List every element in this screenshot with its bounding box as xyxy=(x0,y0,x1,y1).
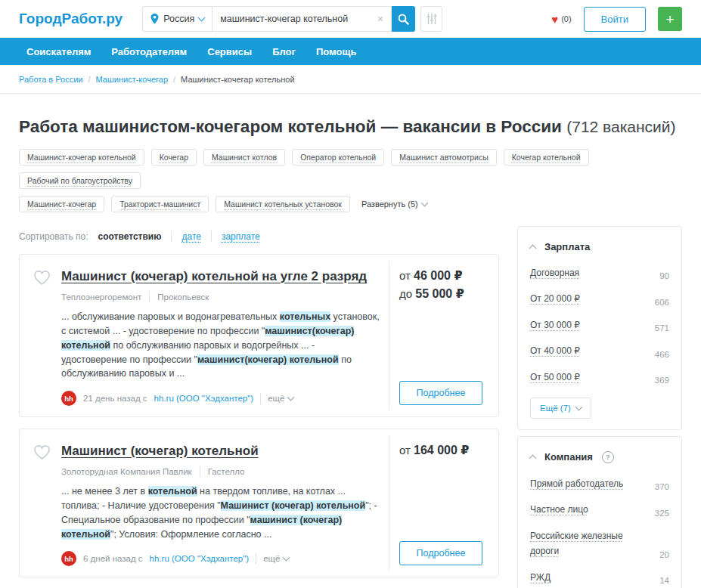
breadcrumb-link-profession[interactable]: Машинист-кочегар xyxy=(96,75,168,84)
filter-option[interactable]: От 30 000 ₽ xyxy=(530,317,580,333)
sort-option-relevance[interactable]: соответствию xyxy=(98,231,162,242)
filter-panel-header[interactable]: Компания ? xyxy=(530,451,669,463)
heart-icon: ♥ xyxy=(551,14,558,25)
divider xyxy=(171,231,172,242)
job-card-main: Машинист (кочегар) котельной Золоторудна… xyxy=(61,442,380,566)
filter-panel-salary: Зарплата Договорная 90 От 20 000 ₽ 606 О… xyxy=(517,226,682,430)
filter-row: От 30 000 ₽ 571 xyxy=(530,317,669,333)
filter-option[interactable]: От 50 000 ₽ xyxy=(530,370,580,385)
filter-count: 14 xyxy=(659,576,669,585)
filter-panel-title: Компания xyxy=(544,451,593,463)
login-button[interactable]: Войти xyxy=(584,7,646,32)
favorites-count: (0) xyxy=(561,14,571,23)
job-card-main: Машинист (кочегар) котельной на угле 2 р… xyxy=(61,268,380,406)
tag-chip[interactable]: Тракторист-машинист xyxy=(111,196,209,212)
source-link[interactable]: hh.ru (ООО "Хэдхантер") xyxy=(150,554,250,563)
show-more-label: Ещё (7) xyxy=(540,404,571,413)
filter-row: От 20 000 ₽ 606 xyxy=(530,291,669,306)
search-bar: Россия × xyxy=(142,6,442,32)
nav-item-soiskatelyam[interactable]: Соискателям xyxy=(26,46,91,57)
tag-chip[interactable]: Машинист котельных установок xyxy=(216,196,350,212)
chevron-up-icon xyxy=(529,455,537,463)
sort-option-date[interactable]: дате xyxy=(181,231,200,242)
chevron-up-icon xyxy=(529,245,537,252)
filter-option[interactable]: От 40 000 ₽ xyxy=(530,343,580,358)
search-button[interactable] xyxy=(392,6,415,32)
filter-panel-header[interactable]: Зарплата xyxy=(530,241,669,252)
search-input-wrap: × xyxy=(212,6,392,32)
job-card-footer: hh 21 день назад с hh.ru (ООО "Хэдхантер… xyxy=(61,391,380,406)
job-title-link[interactable]: Машинист (кочегар) котельной на угле 2 р… xyxy=(61,268,367,284)
filter-option[interactable]: Частное лицо xyxy=(530,502,588,517)
chevron-down-icon xyxy=(287,394,295,401)
favorites-button[interactable]: ♥ (0) xyxy=(551,14,571,25)
help-icon[interactable]: ? xyxy=(602,451,614,463)
site-logo[interactable]: ГородРабот.ру xyxy=(19,11,123,27)
filter-option[interactable]: От 20 000 ₽ xyxy=(530,291,580,306)
nav-item-pomosch[interactable]: Помощь xyxy=(316,46,356,57)
add-vacancy-button[interactable]: + xyxy=(658,7,682,31)
filter-option[interactable]: РЖД xyxy=(530,570,551,585)
nav-item-rabotodatelyam[interactable]: Работодателям xyxy=(111,46,187,57)
filter-panel-company: Компания ? Прямой работодатель 370 Частн… xyxy=(517,436,682,588)
show-more-salary-button[interactable]: Ещё (7) xyxy=(530,398,591,419)
search-input[interactable] xyxy=(219,13,376,25)
clear-icon[interactable]: × xyxy=(376,14,385,24)
source-link[interactable]: hh.ru (ООО "Хэдхантер") xyxy=(154,394,254,403)
tag-label: Тракторист-машинист xyxy=(119,200,200,209)
job-title-link[interactable]: Машинист (кочегар) котельной xyxy=(61,443,259,459)
favorite-heart-button[interactable] xyxy=(33,442,51,566)
company-name: Теплоэнергоремонт xyxy=(61,292,141,302)
tag-chip[interactable]: Рабочий по благоустройству xyxy=(19,172,141,189)
posted-ago: 6 дней назад с xyxy=(83,554,143,563)
job-card-body: Машинист (кочегар) котельной Золоторудна… xyxy=(20,429,389,577)
tag-chip[interactable]: Кочегар котельной xyxy=(504,149,589,166)
tag-chip[interactable]: Оператор котельной xyxy=(292,149,384,166)
nav-item-servisy[interactable]: Сервисы xyxy=(207,46,252,57)
salary-from: от 46 000 ₽ xyxy=(399,268,488,283)
top-header: ГородРабот.ру Россия × xyxy=(0,0,701,38)
salary-prefix: до xyxy=(399,287,412,300)
header-actions: ♥ (0) Войти + xyxy=(551,7,682,32)
salary-from: от 164 000 ₽ xyxy=(399,443,488,457)
salary-value: 46 000 ₽ xyxy=(414,269,463,282)
job-description: ... не менее 3 лет в котельной на твердо… xyxy=(61,484,380,541)
more-options-button[interactable]: ещё xyxy=(268,394,293,403)
sort-option-salary[interactable]: зарплате xyxy=(222,231,260,242)
tag-row-2: Машинист-кочегар Тракторист-машинист Маш… xyxy=(19,196,682,212)
page-title: Работа машинистом-кочегаром котельной — … xyxy=(19,116,682,137)
tag-chip[interactable]: Машинист-кочегар xyxy=(19,196,104,212)
filter-row: Частное лицо 325 xyxy=(530,502,669,517)
page-title-text: Работа машинистом-кочегаром котельной — … xyxy=(19,117,562,136)
company-row: Теплоэнергоремонт Прокопьевск xyxy=(61,291,380,302)
filter-option[interactable]: Договорная xyxy=(530,265,579,280)
tag-chip[interactable]: Машинист-кочегар котельной xyxy=(19,149,144,166)
more-options-button[interactable]: ещё xyxy=(263,554,289,563)
nav-item-blog[interactable]: Блог xyxy=(272,46,296,57)
filter-count: 20 xyxy=(659,550,669,559)
breadcrumb-link-russia[interactable]: Работа в России xyxy=(19,75,83,84)
more-options-label: ещё xyxy=(263,554,280,563)
company-row: Золоторудная Компания Павлик Гастелло xyxy=(61,466,380,477)
filter-items: Договорная 90 От 20 000 ₽ 606 От 30 000 … xyxy=(530,265,669,385)
filter-option[interactable]: Прямой работодатель xyxy=(530,476,623,491)
tag-label: Машинист-кочегар котельной xyxy=(27,153,136,162)
tag-chip[interactable]: Машинист котлов xyxy=(203,149,285,166)
job-card-side: от 46 000 ₽ до 55 000 ₽ Подробнее xyxy=(389,261,498,410)
tag-chip[interactable]: Кочегар xyxy=(151,149,197,166)
breadcrumb-current: Машинист-кочегар котельной xyxy=(181,75,294,84)
location-selector[interactable]: Россия xyxy=(142,6,212,32)
details-button[interactable]: Подробнее xyxy=(399,381,482,405)
tag-label: Машинист котлов xyxy=(212,153,277,162)
tag-chip[interactable]: Машинист автомотрисы xyxy=(391,149,497,166)
filter-option[interactable]: Российские железные дороги xyxy=(530,528,653,559)
details-button[interactable]: Подробнее xyxy=(399,541,482,565)
filters-sidebar: Зарплата Договорная 90 От 20 000 ₽ 606 О… xyxy=(517,226,682,588)
breadcrumb: Работа в России / Машинист-кочегар / Маш… xyxy=(0,65,701,93)
favorite-heart-button[interactable] xyxy=(33,268,51,406)
posted-ago: 21 день назад с xyxy=(83,394,147,403)
filters-button[interactable] xyxy=(420,6,442,32)
divider xyxy=(256,553,256,565)
chevron-down-icon xyxy=(198,14,206,22)
expand-tags-button[interactable]: Развернуть (5) xyxy=(361,200,427,209)
